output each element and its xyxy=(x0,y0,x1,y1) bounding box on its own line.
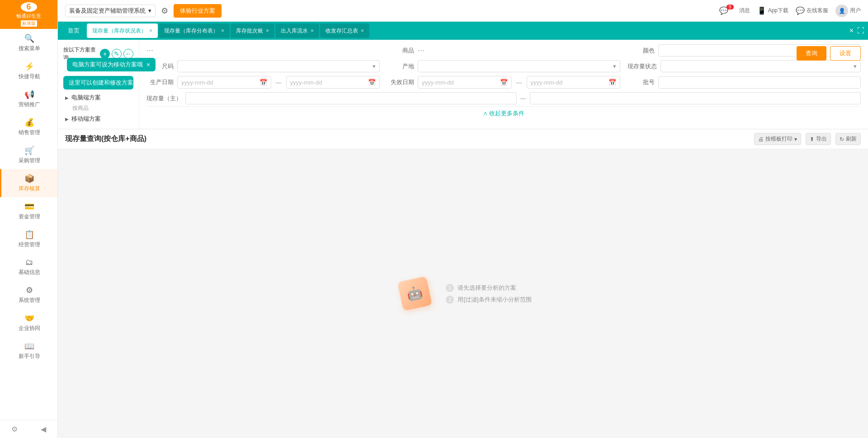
scheme-item-mobile[interactable]: ▶ 移动端方案 xyxy=(65,113,139,124)
qty-range-sep: — xyxy=(520,95,526,102)
tooltip-2-text: 这里可以创建和修改方案哦 xyxy=(69,79,139,87)
scheme-tooltip-2: 这里可以创建和修改方案哦 × xyxy=(63,76,133,89)
sidebar-item-sales[interactable]: 💰 销售管理 xyxy=(0,113,57,141)
edit-scheme-button[interactable]: ✎ xyxy=(112,49,122,59)
tooltip-1-close[interactable]: × xyxy=(146,61,150,68)
sidebar-item-purchase[interactable]: 🛒 采购管理 xyxy=(0,141,57,169)
filter-input-batch[interactable] xyxy=(658,76,861,89)
collapse-button[interactable]: ◀ xyxy=(41,425,46,433)
scheme-item-pc[interactable]: ▶ 电脑端方案 xyxy=(65,92,139,103)
filter-label-origin: 产地 xyxy=(387,62,414,71)
search-button[interactable]: 查询 xyxy=(797,46,826,61)
tab-close-inout-flow[interactable]: × xyxy=(311,28,314,34)
marketing-icon: 📢 xyxy=(24,89,34,99)
filter-label-qty: 现存量（主） xyxy=(146,94,182,103)
filter-date-mfg-from[interactable]: yyyy-mm-dd 📅 xyxy=(177,76,271,89)
sidebar-footer: ⚙ ◀ xyxy=(0,420,57,438)
sidebar-logo: 6 畅通好生意 标准版 xyxy=(0,0,57,29)
user-avatar: 👤 xyxy=(835,5,848,17)
tab-actions: × ⛶ xyxy=(849,27,864,35)
filter-label-exp-date: 失效日期 xyxy=(387,78,414,86)
sidebar-item-finance[interactable]: 💳 资金管理 xyxy=(0,197,57,225)
sidebar-item-search[interactable]: 🔍 搜索菜单 xyxy=(0,29,57,57)
reset-button[interactable]: 设置 xyxy=(830,46,861,61)
filter-date-exp-from[interactable]: yyyy-mm-dd 📅 xyxy=(418,76,512,89)
sidebar-item-operations[interactable]: 📋 经营管理 xyxy=(0,225,57,253)
system-name: 装备及固定资产辅助管理系统 xyxy=(69,7,146,15)
tab-recv-send[interactable]: 收发存汇总表 × xyxy=(320,24,369,38)
tab-inventory-status[interactable]: 现存量（库存状况表） × xyxy=(87,24,158,38)
collapse-label: 收起更多条件 xyxy=(489,110,524,117)
sidebar-item-marketing[interactable]: 📢 营销推广 xyxy=(0,85,57,113)
add-scheme-button[interactable]: + xyxy=(100,49,110,59)
expand-icon-mobile: ▶ xyxy=(65,117,69,122)
sidebar-item-enterprise[interactable]: 🤝 企业协同 xyxy=(0,309,57,337)
tab-close-recv-send[interactable]: × xyxy=(361,28,364,34)
tab-label-recv-send: 收发存汇总表 xyxy=(326,27,358,35)
sidebar-item-system[interactable]: ⚙ 系统管理 xyxy=(0,281,57,309)
sidebar-item-guide[interactable]: 📖 新手引导 xyxy=(0,337,57,365)
sidebar-badge: 标准版 xyxy=(21,20,37,27)
calendar-mfg-from-icon[interactable]: 📅 xyxy=(259,79,267,86)
sidebar-item-inventory[interactable]: 📦 库存核算 xyxy=(0,169,57,197)
tab-batch-account[interactable]: 库存批次账 × xyxy=(231,24,274,38)
tab-close-all-button[interactable]: × xyxy=(849,27,854,35)
tab-home[interactable]: 首页 xyxy=(61,22,86,40)
sidebar: 6 畅通好生意 标准版 🔍 搜索菜单 ⚡ 快捷导航 📢 营销推广 💰 销售管理 … xyxy=(0,0,58,438)
sidebar-item-quicknav[interactable]: ⚡ 快捷导航 xyxy=(0,57,57,85)
scheme-sub-item-default[interactable]: 按商品 xyxy=(72,103,139,113)
hint-text-1: 请先选择要分析的方案 xyxy=(458,284,516,292)
app-download-item[interactable]: 📱 App下载 xyxy=(757,6,788,15)
filter-select-origin[interactable]: ▾ xyxy=(418,60,620,72)
sidebar-item-quicknav-label: 快捷导航 xyxy=(19,73,40,80)
refresh-button[interactable]: ↻ 刷新 xyxy=(835,133,861,145)
system-selector[interactable]: 装备及固定资产辅助管理系统 ▾ xyxy=(65,5,156,17)
tab-inventory-dist[interactable]: 现存量（库存分布表） × xyxy=(159,24,230,38)
calendar-mfg-to-icon[interactable]: 📅 xyxy=(368,79,376,86)
empty-icon-robot: 🤖 xyxy=(406,285,424,303)
empty-icon-box: 🤖 xyxy=(397,276,432,311)
filter-cell-exp-date: 失效日期 yyyy-mm-dd 📅 — yyyy-mm-dd 📅 xyxy=(387,76,620,89)
export-button[interactable]: ⬆ 导出 xyxy=(806,133,831,145)
filter-date-mfg-to[interactable]: yyyy-mm-dd 📅 xyxy=(286,76,380,89)
filter-select-status[interactable]: ▾ xyxy=(660,60,861,72)
filter-label-batch: 批号 xyxy=(627,78,655,86)
online-support-item[interactable]: 💬 在线客服 xyxy=(796,6,828,15)
tab-close-inventory-dist[interactable]: × xyxy=(221,28,224,34)
scheme-list-pc: ▶ 电脑端方案 按商品 ▶ 移动端方案 xyxy=(58,92,139,124)
filter-select-size[interactable]: ▾ xyxy=(177,60,380,72)
tab-maximize-button[interactable]: ⛶ xyxy=(857,27,864,35)
back-scheme-button[interactable]: ← xyxy=(123,49,133,59)
filter-cell-mfg-date: 生产日期 yyyy-mm-dd 📅 — yyyy-mm-dd 📅 xyxy=(146,76,380,89)
export-label: 导出 xyxy=(816,135,827,143)
filter-input-qty-to[interactable] xyxy=(530,92,861,104)
tooltip-2-close[interactable]: × xyxy=(143,79,146,86)
tab-close-inventory-status[interactable]: × xyxy=(149,28,152,34)
tab-label-inventory-status: 现存量（库存状况表） xyxy=(92,27,146,35)
tab-inout-flow[interactable]: 出入库流水 × xyxy=(275,24,319,38)
filter-cell-size: 尺码 ▾ xyxy=(146,60,380,72)
hint-num-2: 2 xyxy=(446,296,454,304)
main-content: 装备及固定资产辅助管理系统 ▾ ⚙ 体验行业方案 💬 9 消息 📱 App下载 … xyxy=(58,0,868,438)
filter-input-qty-from[interactable] xyxy=(185,92,517,104)
calendar-exp-from-icon[interactable]: 📅 xyxy=(500,79,508,86)
settings-button[interactable]: ⚙ xyxy=(11,425,18,433)
sidebar-item-guide-label: 新手引导 xyxy=(19,353,40,360)
empty-hint-2: 2 用[过滤]条件来缩小分析范围 xyxy=(446,296,531,304)
print-button[interactable]: 🖨 按模板打印 ▾ xyxy=(754,133,801,145)
scheme-tooltip-2-wrapper: 这里可以创建和修改方案哦 × xyxy=(63,76,133,89)
tab-close-batch-account[interactable]: × xyxy=(266,28,269,34)
more-dots-1[interactable]: ··· xyxy=(146,46,153,55)
trial-button[interactable]: 体验行业方案 xyxy=(174,4,222,18)
online-support-icon: 💬 xyxy=(796,6,805,15)
settings-gear-icon[interactable]: ⚙ xyxy=(161,6,168,16)
notification-item[interactable]: 💬 9 消息 xyxy=(719,6,750,15)
calendar-exp-to-icon[interactable]: 📅 xyxy=(609,79,616,86)
more-dots-2[interactable]: ··· xyxy=(418,46,425,55)
logo-text: 6 xyxy=(26,2,31,12)
sidebar-item-basic[interactable]: 🗂 基础信息 xyxy=(0,253,57,281)
collapse-row[interactable]: ∧ 收起更多条件 xyxy=(146,106,861,120)
notification-label: 消息 xyxy=(739,7,750,14)
filter-date-exp-to[interactable]: yyyy-mm-dd 📅 xyxy=(527,76,621,89)
user-item[interactable]: 👤 用户 xyxy=(835,5,861,17)
